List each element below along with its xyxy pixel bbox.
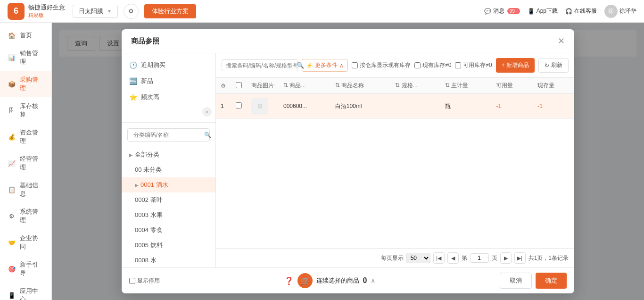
first-page-button[interactable]: |◀ — [433, 252, 445, 264]
new-items-item[interactable]: 🆕 新品 — [122, 73, 215, 89]
trial-button[interactable]: 体验行业方案 — [144, 4, 196, 18]
category-0005[interactable]: 0005 饮料 — [122, 238, 215, 253]
sidebar-item-basic-info[interactable]: 📋 基础信息 — [0, 176, 51, 203]
operations-icon: 📈 — [8, 159, 16, 167]
settings-icon[interactable]: ⚙ — [124, 4, 139, 19]
sidebar-item-purchase[interactable]: 📦 采购管理 — [0, 71, 51, 97]
refresh-button[interactable]: ↻ 刷新 — [538, 58, 569, 73]
filter-button[interactable]: ⚡ 更多条件 ∧ — [302, 59, 348, 72]
checkbox-stock-nonzero-input[interactable] — [414, 62, 421, 68]
table-header-row: ⚙ 商品图片 ⇅ 商品... — [216, 78, 574, 94]
cart-count: 0 — [363, 276, 367, 285]
messages-btn[interactable]: 💬 消息 99+ — [484, 7, 520, 15]
footer-buttons: 取消 确定 — [500, 273, 567, 289]
collapse-button[interactable]: « — [202, 107, 212, 117]
sidebar-item-home[interactable]: 🏠 首页 — [0, 26, 51, 44]
sidebar-item-sales[interactable]: 📊 销售管理 — [0, 44, 51, 71]
sidebar-item-enterprise[interactable]: 🤝 企业协同 — [0, 229, 51, 256]
modal-right-panel: 🔍 ⚡ 更多条件 ∧ 按仓库显示现有库存 — [216, 53, 574, 267]
checkbox-by-warehouse[interactable]: 按仓库显示现有库存 — [352, 61, 411, 69]
basic-info-icon: 📋 — [8, 185, 16, 194]
modal-toolbar: 🔍 ⚡ 更多条件 ∧ 按仓库显示现有库存 — [216, 53, 574, 78]
category-search-input[interactable] — [133, 132, 204, 138]
messages-badge: 99+ — [507, 8, 520, 14]
sidebar-item-operations[interactable]: 📈 经营管理 — [0, 150, 51, 176]
nav-selector[interactable]: 日太阳膜 ▼ — [73, 5, 118, 18]
category-0004[interactable]: 0004 零食 — [122, 223, 215, 238]
show-disabled-input[interactable] — [129, 278, 135, 284]
category-0001[interactable]: ▶ 0001 酒水 — [122, 177, 215, 192]
per-page-select[interactable]: 50 10 20 100 — [406, 253, 430, 263]
row-name: 白酒100ml — [330, 94, 390, 119]
checkbox-available-nonzero[interactable]: 可用库存≠0 — [455, 61, 492, 69]
total-info: 共1页，1条记录 — [528, 254, 569, 262]
checkbox-available-nonzero-input[interactable] — [455, 62, 461, 68]
sidebar-item-guide[interactable]: 🎯 新手引导 — [0, 256, 51, 282]
select-all-checkbox[interactable] — [236, 82, 242, 88]
category-0003[interactable]: 0003 水果 — [122, 208, 215, 223]
table-col-checkbox — [231, 78, 247, 94]
help-icon[interactable]: ❓ — [284, 276, 294, 285]
page-number-input[interactable] — [470, 253, 489, 263]
product-search-input[interactable] — [226, 62, 297, 69]
category-00[interactable]: 00 未分类 — [122, 162, 215, 177]
recent-buy-item[interactable]: 🕐 近期购买 — [122, 57, 215, 73]
checkbox-stock-nonzero[interactable]: 现有库存≠0 — [414, 61, 451, 69]
add-product-button[interactable]: + 新增商品 — [496, 58, 535, 73]
cart-collapse-icon[interactable]: ∧ — [371, 277, 375, 284]
app-download-btn[interactable]: 📱 App下载 — [528, 7, 558, 15]
new-items-icon: 🆕 — [129, 77, 137, 85]
show-disabled-checkbox[interactable]: 显示停用 — [129, 277, 160, 285]
table-col-stock[interactable]: 现存量 — [533, 78, 574, 94]
category-0008[interactable]: 0008 水 — [122, 253, 215, 264]
online-service-btn[interactable]: 🎧 在线客服 — [565, 7, 597, 15]
sidebar-item-finance[interactable]: 💰 资金管理 — [0, 124, 51, 150]
row-checkbox[interactable] — [231, 94, 247, 119]
user-profile[interactable]: 徐 徐泽华 — [604, 5, 636, 18]
modal-footer: 显示停用 ❓ 🛒 连续选择的商品 0 ∧ 取消 确定 — [122, 267, 574, 293]
sort-icon: ⇅ — [283, 82, 288, 89]
row-code: 000600... — [279, 94, 330, 119]
sort-icon-2: ⇅ — [335, 82, 340, 89]
inventory-icon: 🗄 — [8, 106, 16, 115]
recent-buy-icon: 🕐 — [129, 61, 137, 69]
category-search-bar[interactable]: 🔍 — [127, 128, 210, 142]
frequent-item[interactable]: ⭐ 频次高 — [122, 89, 215, 105]
cancel-button[interactable]: 取消 — [500, 273, 532, 289]
table-row[interactable]: 1 🖼 000600... 白酒100ml — [216, 94, 574, 119]
table-col-settings[interactable]: ⚙ — [216, 78, 231, 94]
modal: 商品参照 ✕ 🕐 近期购买 🆕 新品 — [122, 29, 574, 293]
page-label: 第 — [462, 254, 467, 262]
table-col-unit[interactable]: ⇅ 主计量 — [440, 78, 492, 94]
modal-title: 商品参照 — [131, 37, 159, 46]
table-col-code[interactable]: ⇅ 商品... — [279, 78, 330, 94]
cart-area: ❓ 🛒 连续选择的商品 0 ∧ — [284, 273, 376, 288]
confirm-button[interactable]: 确定 — [536, 273, 567, 289]
last-page-button[interactable]: ▶| — [514, 252, 526, 264]
home-icon: 🏠 — [8, 31, 16, 40]
checkbox-by-warehouse-input[interactable] — [352, 62, 358, 68]
product-image: 🖼 — [251, 98, 268, 115]
prev-page-button[interactable]: ◀ — [447, 252, 459, 264]
headset-icon: 🎧 — [565, 8, 572, 15]
row-select-checkbox[interactable] — [236, 102, 242, 108]
category-0002[interactable]: 0002 茶叶 — [122, 192, 215, 208]
all-categories-item[interactable]: ▶ 全部分类 — [122, 147, 215, 162]
sidebar: 🏠 首页 📊 销售管理 📦 采购管理 🗄 库存核算 💰 资金管理 📈 经营管理 … — [0, 23, 52, 300]
product-search-bar[interactable]: 🔍 — [222, 59, 298, 71]
frequent-icon: ⭐ — [129, 93, 137, 101]
phone-icon: 📱 — [528, 8, 535, 15]
next-page-button[interactable]: ▶ — [500, 252, 512, 264]
sidebar-item-system[interactable]: ⚙ 系统管理 — [0, 203, 51, 229]
main-layout: 🏠 首页 📊 销售管理 📦 采购管理 🗄 库存核算 💰 资金管理 📈 经营管理 … — [0, 23, 644, 300]
table-col-spec[interactable]: ⇅ 规格... — [390, 78, 440, 94]
table-col-name[interactable]: ⇅ 商品名称 — [330, 78, 390, 94]
sidebar-item-apps[interactable]: 📱 应用中心 — [0, 282, 51, 300]
table-col-available[interactable]: 可用量 — [491, 78, 533, 94]
sidebar-item-inventory[interactable]: 🗄 库存核算 — [0, 97, 51, 124]
nav-selector-arrow-icon: ▼ — [107, 8, 112, 14]
cart-icon[interactable]: 🛒 — [297, 273, 313, 288]
row-spec — [390, 94, 440, 119]
modal-body: 🕐 近期购买 🆕 新品 ⭐ 频次高 « — [122, 53, 574, 267]
modal-close-button[interactable]: ✕ — [558, 36, 565, 46]
